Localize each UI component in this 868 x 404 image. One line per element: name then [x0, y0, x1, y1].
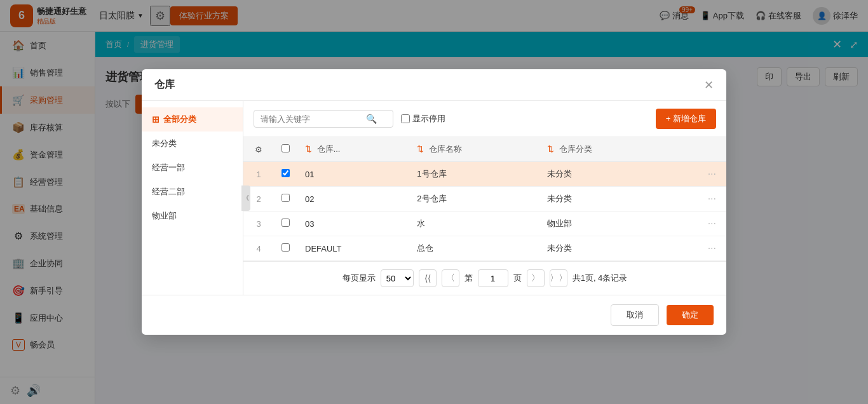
- table-row[interactable]: 4 DEFAULT 总仓 未分类 ···: [243, 236, 726, 261]
- page-next-button[interactable]: 〉: [527, 269, 545, 287]
- row-num: 4: [243, 236, 274, 261]
- category-item-property[interactable]: 物业部: [142, 204, 243, 228]
- row-checkbox[interactable]: [281, 169, 290, 177]
- modal-pagination: 每页显示 102050100 ⟨⟨ 〈 第 页 〉 〉〉 共1页, 4条记录: [243, 261, 726, 295]
- table-header-row: ⚙ ⇅ 仓库... ⇅ 仓库名称: [243, 137, 726, 162]
- category-item-unclassified[interactable]: 未分类: [142, 131, 243, 156]
- confirm-button[interactable]: 确定: [667, 305, 714, 325]
- modal-main-content: 🔍 显示停用 + 新增仓库 ⚙: [243, 101, 726, 295]
- th-category: ⇅ 仓库分类: [539, 137, 670, 162]
- modal-overlay[interactable]: 仓库 ✕ 《 ⊞ 全部分类 未分类 经营一部 经营二部: [0, 0, 868, 404]
- modal-category-sidebar: 《 ⊞ 全部分类 未分类 经营一部 经营二部 物业部: [142, 101, 243, 295]
- modal-toolbar: 🔍 显示停用 + 新增仓库: [243, 101, 726, 137]
- row-actions[interactable]: ···: [670, 162, 726, 187]
- modal-footer: 取消 确定: [142, 295, 726, 335]
- row-category: 未分类: [539, 162, 670, 187]
- per-page-label: 每页显示: [342, 273, 376, 284]
- th-gear[interactable]: ⚙: [243, 137, 274, 162]
- modal-body: 《 ⊞ 全部分类 未分类 经营一部 经营二部 物业部: [142, 101, 726, 295]
- row-checkbox-cell[interactable]: [274, 187, 297, 212]
- th-checkbox[interactable]: [274, 137, 297, 162]
- row-code: DEFAULT: [297, 236, 409, 261]
- row-category: 未分类: [539, 187, 670, 212]
- row-checkbox-cell[interactable]: [274, 212, 297, 236]
- page-first-button[interactable]: ⟨⟨: [419, 269, 437, 287]
- sort-code-icon[interactable]: ⇅: [305, 144, 312, 154]
- row-checkbox-cell[interactable]: [274, 162, 297, 187]
- row-code: 01: [297, 162, 409, 187]
- row-num: 3: [243, 212, 274, 236]
- row-category: 未分类: [539, 236, 670, 261]
- sort-category-icon[interactable]: ⇅: [547, 144, 554, 154]
- category-item-all[interactable]: ⊞ 全部分类: [142, 107, 243, 131]
- warehouse-table-wrap: ⚙ ⇅ 仓库... ⇅ 仓库名称: [243, 137, 726, 261]
- category-item-ops2[interactable]: 经营二部: [142, 180, 243, 204]
- table-row[interactable]: 3 03 水 物业部 ···: [243, 212, 726, 236]
- page-prev-button[interactable]: 〈: [442, 269, 459, 287]
- row-name: 总仓: [409, 236, 539, 261]
- row-name: 水: [409, 212, 539, 236]
- modal-header: 仓库 ✕: [142, 69, 726, 101]
- add-warehouse-button[interactable]: + 新增仓库: [656, 109, 716, 129]
- table-row[interactable]: 2 02 2号仓库 未分类 ···: [243, 187, 726, 212]
- row-checkbox[interactable]: [281, 243, 290, 252]
- per-page-select[interactable]: 102050100: [381, 269, 414, 287]
- page-number-input[interactable]: [478, 269, 508, 287]
- select-all-checkbox[interactable]: [281, 144, 290, 152]
- category-item-ops1[interactable]: 经营一部: [142, 156, 243, 180]
- row-category: 物业部: [539, 212, 670, 236]
- th-actions: [670, 137, 726, 162]
- row-code: 02: [297, 187, 409, 212]
- modal-close-button[interactable]: ✕: [704, 79, 714, 91]
- row-num: 1: [243, 162, 274, 187]
- show-disabled-checkbox[interactable]: [401, 114, 410, 123]
- row-checkbox[interactable]: [281, 194, 290, 202]
- page-label: 第: [465, 273, 473, 284]
- total-info: 共1页, 4条记录: [573, 273, 628, 284]
- row-actions[interactable]: ···: [670, 187, 726, 212]
- table-row[interactable]: 1 01 1号仓库 未分类 ···: [243, 162, 726, 187]
- sort-name-icon[interactable]: ⇅: [417, 144, 424, 154]
- row-name: 1号仓库: [409, 162, 539, 187]
- page-last-button[interactable]: 〉〉: [550, 269, 567, 287]
- show-disabled-label[interactable]: 显示停用: [401, 113, 445, 125]
- page-unit: 页: [513, 273, 522, 284]
- search-input[interactable]: [261, 114, 362, 124]
- sidebar-collapse-toggle[interactable]: 《: [241, 185, 250, 211]
- row-actions[interactable]: ···: [670, 212, 726, 236]
- row-checkbox-cell[interactable]: [274, 236, 297, 261]
- row-checkbox[interactable]: [281, 219, 290, 227]
- modal-title: 仓库: [154, 78, 175, 91]
- warehouse-table: ⚙ ⇅ 仓库... ⇅ 仓库名称: [243, 137, 726, 261]
- grid-icon: ⊞: [152, 114, 159, 125]
- row-actions[interactable]: ···: [670, 236, 726, 261]
- th-code: ⇅ 仓库...: [297, 137, 409, 162]
- cancel-button[interactable]: 取消: [611, 304, 659, 326]
- th-name: ⇅ 仓库名称: [409, 137, 539, 162]
- search-box: 🔍: [254, 110, 393, 128]
- warehouse-modal: 仓库 ✕ 《 ⊞ 全部分类 未分类 经营一部 经营二部: [142, 69, 726, 335]
- row-code: 03: [297, 212, 409, 236]
- search-icon[interactable]: 🔍: [366, 114, 377, 124]
- row-name: 2号仓库: [409, 187, 539, 212]
